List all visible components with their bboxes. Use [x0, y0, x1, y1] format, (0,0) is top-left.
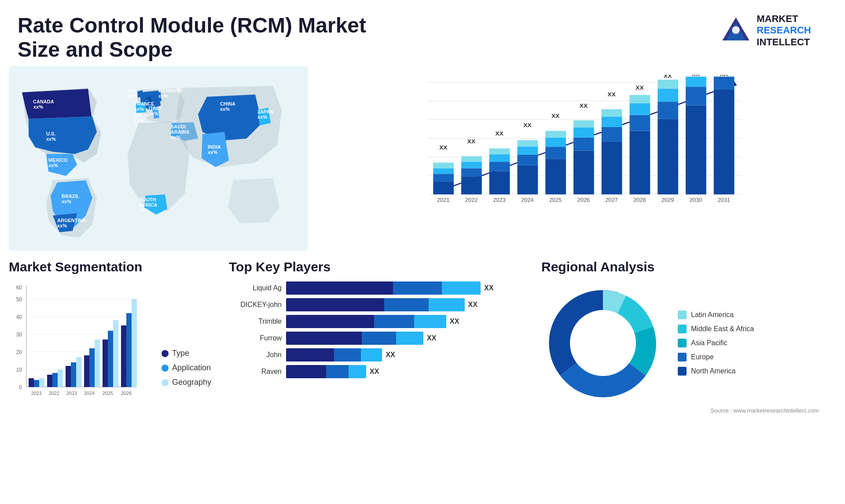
svg-rect-45	[573, 128, 594, 138]
canada-value: xx%	[33, 104, 43, 110]
svg-rect-31	[518, 165, 538, 194]
regional-container: Latin America Middle East & Africa Asia …	[541, 281, 836, 405]
legend-type-dot	[162, 350, 169, 357]
svg-text:2025: 2025	[549, 197, 562, 203]
svg-text:2025: 2025	[103, 391, 113, 396]
us-value: xx%	[46, 136, 56, 142]
svg-rect-95	[58, 369, 63, 387]
segmentation-section: Market Segmentation 0 10 20 30 40 50 60	[9, 259, 211, 453]
svg-rect-106	[126, 313, 132, 387]
player-row-dickey: DICKEY-john XX	[229, 298, 515, 311]
seg-chart: 0 10 20 30 40 50 60	[9, 281, 153, 405]
svg-rect-50	[602, 127, 622, 141]
world-map-svg: CANADA xx% U.S. xx% MEXICO xx% BRAZIL xx…	[9, 66, 308, 251]
page-title: Rate Control Module (RCM) Market Size an…	[18, 13, 414, 62]
legend-geo-dot	[162, 379, 169, 386]
svg-text:2023: 2023	[493, 197, 506, 203]
svg-rect-56	[630, 115, 650, 131]
seg-legend: Type Application Geography	[162, 349, 211, 405]
brazil-value: xx%	[62, 199, 71, 204]
china-label: CHINA	[220, 101, 235, 106]
legend-mea-label: Middle East & Africa	[691, 325, 754, 333]
svg-rect-51	[602, 117, 622, 127]
argentina-value: xx%	[57, 223, 67, 228]
italy-label: ITALY	[149, 106, 162, 111]
legend-europe-color	[678, 353, 687, 362]
logo-text: MARKET RESEARCH INTELLECT	[757, 13, 811, 48]
india-value: xx%	[208, 150, 217, 155]
svg-rect-102	[103, 340, 108, 387]
svg-rect-98	[76, 357, 81, 387]
spain-label: SPAIN	[134, 113, 149, 118]
svg-rect-34	[518, 140, 538, 146]
svg-rect-68	[686, 87, 706, 106]
svg-rect-94	[52, 373, 58, 387]
svg-rect-27	[489, 154, 510, 162]
regional-title: Regional Analysis	[541, 259, 836, 274]
legend-app-dot	[162, 365, 169, 372]
legend-application: Application	[162, 363, 211, 373]
svg-rect-32	[518, 155, 538, 165]
player-label-liquid: XX	[484, 284, 493, 292]
japan-value: xx%	[257, 114, 267, 120]
svg-text:XX: XX	[692, 75, 700, 77]
china-value: xx%	[220, 106, 230, 112]
seg-chart-container: 0 10 20 30 40 50 60	[9, 281, 211, 405]
italy-value: xx%	[149, 111, 158, 116]
svg-text:XX: XX	[496, 130, 503, 137]
svg-rect-58	[630, 95, 650, 103]
spain-value: xx%	[134, 118, 144, 123]
svg-text:2026: 2026	[577, 197, 590, 203]
southafrica-value: xx%	[139, 208, 149, 213]
svg-text:XX: XX	[636, 84, 643, 91]
svg-rect-33	[518, 146, 538, 155]
svg-text:2027: 2027	[606, 197, 618, 203]
argentina-label: ARGENTINA	[57, 218, 86, 223]
svg-rect-92	[39, 378, 44, 387]
svg-rect-104	[113, 320, 118, 387]
player-name-liquid: Liquid Ag	[229, 284, 282, 292]
svg-text:10: 10	[16, 367, 22, 373]
svg-text:XX: XX	[664, 75, 672, 79]
segmentation-title: Market Segmentation	[9, 259, 211, 274]
bottom-row: Market Segmentation 0 10 20 30 40 50 60	[0, 251, 845, 453]
svg-rect-22	[461, 156, 482, 162]
legend-geography: Geography	[162, 378, 211, 387]
svg-rect-72	[714, 90, 735, 194]
player-bar-raven: XX	[286, 365, 515, 378]
svg-text:50: 50	[16, 296, 22, 303]
svg-text:XX: XX	[608, 91, 616, 98]
svg-rect-100	[89, 348, 95, 387]
svg-text:XX: XX	[720, 75, 728, 77]
svg-text:2022: 2022	[49, 391, 59, 396]
svg-text:40: 40	[16, 314, 22, 320]
germany-label: GERMANY	[158, 88, 184, 93]
player-name-dickey: DICKEY-john	[229, 301, 282, 309]
saudi-value: xx%	[171, 135, 180, 140]
logo-box: MARKET RESEARCH INTELLECT	[720, 13, 811, 48]
legend-na: North America	[678, 367, 754, 376]
seg-chart-svg: 0 10 20 30 40 50 60	[9, 281, 141, 405]
svg-rect-69	[686, 77, 706, 87]
player-label-raven: XX	[370, 368, 379, 376]
player-row-trimble: Trimble XX	[229, 315, 515, 328]
svg-rect-61	[658, 119, 678, 194]
svg-rect-16	[433, 163, 454, 168]
svg-rect-20	[461, 168, 482, 177]
svg-text:2024: 2024	[84, 391, 95, 396]
brazil-label: BRAZIL	[62, 194, 80, 199]
india-label: INDIA	[208, 144, 221, 150]
svg-rect-14	[433, 174, 454, 181]
svg-rect-57	[630, 103, 650, 115]
svg-rect-107	[132, 299, 137, 387]
uk-label: U.K.	[128, 88, 137, 93]
japan-label: JAPAN	[257, 109, 274, 114]
legend-latin-label: Latin America	[691, 311, 734, 319]
svg-text:20: 20	[16, 349, 22, 355]
svg-rect-37	[545, 159, 566, 194]
source-text: Source : www.marketresearchintellect.com	[541, 405, 836, 414]
svg-rect-67	[686, 106, 706, 194]
svg-text:0: 0	[19, 384, 22, 391]
svg-text:30: 30	[16, 332, 22, 338]
svg-rect-63	[658, 88, 678, 102]
